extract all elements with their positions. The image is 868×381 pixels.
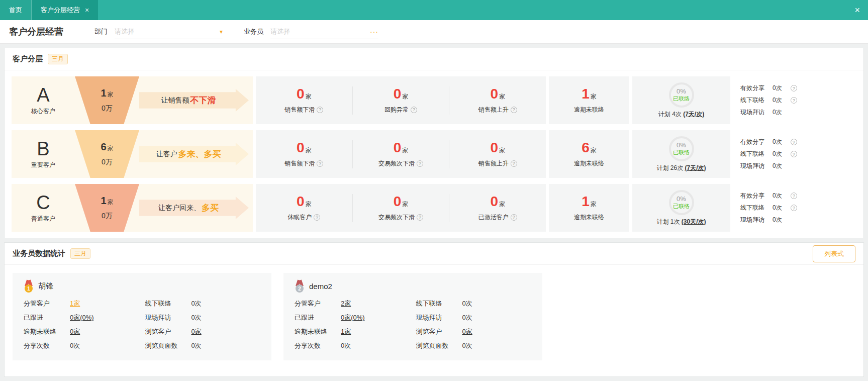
- stat-value[interactable]: 0家: [462, 327, 472, 336]
- tier-gauge: 0% 已联络 计划 26次 (7天/次): [632, 130, 730, 178]
- stat-value[interactable]: 2家: [341, 299, 351, 308]
- tier-share-stats: 有效分享 0次 ? 线下联络 0次 ? 现场拜访 0次 ?: [733, 184, 856, 232]
- medal-icon: 1: [24, 280, 34, 293]
- plan-frequency[interactable]: (7天/次): [685, 164, 706, 171]
- segmentation-panel-header: 客户分层 三月: [5, 48, 863, 70]
- tier-letter: A: [37, 85, 49, 105]
- help-icon[interactable]: ?: [317, 160, 323, 167]
- tab-home[interactable]: 首页: [0, 0, 32, 20]
- tab-close-icon[interactable]: ×: [85, 6, 89, 14]
- tier-row: C 普通客户 1家 0万 让客户回来、多买 0家 休眠客户? 0家 交易频次下滑…: [12, 184, 856, 232]
- contact-percent: 0%: [677, 141, 686, 149]
- contact-percent: 0%: [677, 87, 686, 95]
- top-tab-bar: 首页 客户分层经营 × ×: [0, 0, 868, 20]
- salesman-input[interactable]: 请选择 ···: [270, 24, 378, 39]
- help-icon[interactable]: ?: [511, 107, 517, 113]
- help-icon[interactable]: ?: [791, 205, 797, 211]
- help-icon[interactable]: ?: [314, 214, 320, 221]
- page-title: 客户分层经营: [9, 26, 63, 38]
- department-select[interactable]: 请选择 ▾: [115, 24, 223, 39]
- stat-value[interactable]: 0家: [70, 327, 80, 336]
- contact-status: 已联络: [673, 95, 690, 103]
- salesman-stat: 现场拜访0次: [145, 313, 261, 322]
- tier-row: B 重要客户 6家 0万 让客户多来、多买 0家 销售额下滑? 0家 交易频次下…: [12, 130, 856, 178]
- tier-row: A 核心客户 1家 0万 让销售额不下滑 0家 销售额下滑? 0家 回购异常?: [12, 76, 856, 124]
- share-stat: 有效分享 0次 ?: [740, 84, 856, 92]
- salesman-stat: 浏览页面数0次: [416, 341, 532, 350]
- stat-value: 0: [297, 86, 305, 102]
- help-icon[interactable]: ?: [791, 85, 797, 91]
- tier-funnel: 1家 0万: [75, 184, 139, 232]
- help-icon[interactable]: ?: [511, 160, 517, 167]
- page-header: 客户分层经营 部门 请选择 ▾ 业务员 请选择 ···: [0, 20, 868, 44]
- stat-value[interactable]: 1家: [341, 327, 351, 336]
- medal-icon: 2: [295, 280, 305, 293]
- list-view-button[interactable]: 列表式: [813, 245, 855, 262]
- help-icon[interactable]: ?: [417, 214, 423, 221]
- help-icon[interactable]: ?: [791, 151, 797, 157]
- overdue-label: 逾期未联络: [574, 159, 604, 168]
- stat-value: 0次: [70, 341, 80, 350]
- stat-value: 0: [394, 194, 402, 209]
- help-icon[interactable]: ?: [511, 214, 517, 221]
- salesman-stat: 分享次数0次: [24, 341, 139, 350]
- stat-label: 销售额上升: [478, 106, 509, 114]
- stat-label: 销售额上升: [478, 159, 509, 168]
- close-icon[interactable]: ×: [846, 5, 868, 16]
- contact-plan: 计划 4次 (7天/次): [658, 110, 704, 119]
- salesman-stat: 浏览客户0家: [145, 327, 261, 336]
- salesman-stat: 分管客户1家: [24, 299, 139, 308]
- stat-label: 交易频次下滑: [378, 213, 415, 222]
- tier-summary: B 重要客户 6家 0万 让客户多来、多买: [12, 130, 253, 178]
- stat-value[interactable]: 0家: [191, 327, 202, 336]
- salesman-name: 胡锋: [38, 281, 53, 291]
- tab-label: 客户分层经营: [41, 6, 80, 15]
- tier-label: 重要客户: [31, 161, 55, 169]
- salesman-placeholder: 请选择: [270, 27, 290, 36]
- overdue-value: 1: [582, 86, 590, 102]
- stat-value: 0次: [341, 341, 351, 350]
- tier-funnel: 6家 0万: [75, 130, 139, 178]
- tier-summary: A 核心客户 1家 0万 让销售额不下滑: [12, 76, 253, 124]
- tier-goal-arrow: 让销售额不下滑: [139, 89, 249, 112]
- salesman-label: 业务员: [244, 27, 263, 36]
- salesman-stat: 分享次数0次: [295, 341, 410, 350]
- share-stat: 有效分享 0次 ?: [740, 138, 856, 146]
- stat-label: 销售额下滑: [284, 106, 315, 114]
- contact-status: 已联络: [673, 149, 690, 156]
- share-stat: 线下联络 0次 ?: [740, 204, 856, 212]
- help-icon[interactable]: ?: [791, 139, 797, 145]
- tab-home-label: 首页: [9, 6, 22, 15]
- stat-value[interactable]: 0家(0%): [70, 313, 94, 322]
- share-stat: 线下联络 0次 ?: [740, 150, 856, 158]
- share-stat: 现场拜访 0次 ?: [740, 216, 856, 224]
- month-badge: 三月: [48, 54, 68, 64]
- help-icon[interactable]: ?: [791, 193, 797, 199]
- plan-frequency[interactable]: (7天/次): [683, 111, 704, 118]
- contact-percent: 0%: [677, 195, 686, 203]
- tier-overdue: 6家 逾期未联络: [549, 130, 629, 178]
- tier-stat-2: 0家 已激活客户?: [449, 195, 546, 222]
- help-icon[interactable]: ?: [317, 107, 323, 113]
- share-stat: 有效分享 0次 ?: [740, 192, 856, 200]
- tier-id: B 重要客户: [12, 130, 75, 178]
- stat-value[interactable]: 1家: [70, 299, 80, 308]
- help-icon[interactable]: ?: [791, 97, 797, 104]
- salesman-panel-title: 业务员数据统计: [13, 249, 65, 258]
- overdue-label: 逾期未联络: [574, 213, 604, 222]
- help-icon[interactable]: ?: [411, 107, 417, 113]
- tier-goal-arrow: 让客户多来、多买: [139, 143, 249, 165]
- plan-frequency[interactable]: (30天/次): [682, 218, 706, 225]
- stat-value: 0: [490, 140, 498, 155]
- tier-amount: 0万: [102, 212, 113, 221]
- salesman-stat: 逾期未联络1家: [295, 327, 410, 336]
- tab-customer-segmentation[interactable]: 客户分层经营 ×: [32, 0, 98, 20]
- stat-value[interactable]: 0家(0%): [341, 313, 365, 322]
- tier-amount: 0万: [102, 104, 113, 113]
- stat-value: 0次: [191, 299, 202, 308]
- help-icon[interactable]: ?: [417, 160, 423, 167]
- tier-letter: B: [37, 139, 49, 158]
- tier-stat-1: 0家 交易频次下滑?: [353, 195, 449, 222]
- salesman-stat: 线下联络0次: [416, 299, 532, 308]
- tier-share-stats: 有效分享 0次 ? 线下联络 0次 ? 现场拜访 0次 ?: [733, 76, 856, 124]
